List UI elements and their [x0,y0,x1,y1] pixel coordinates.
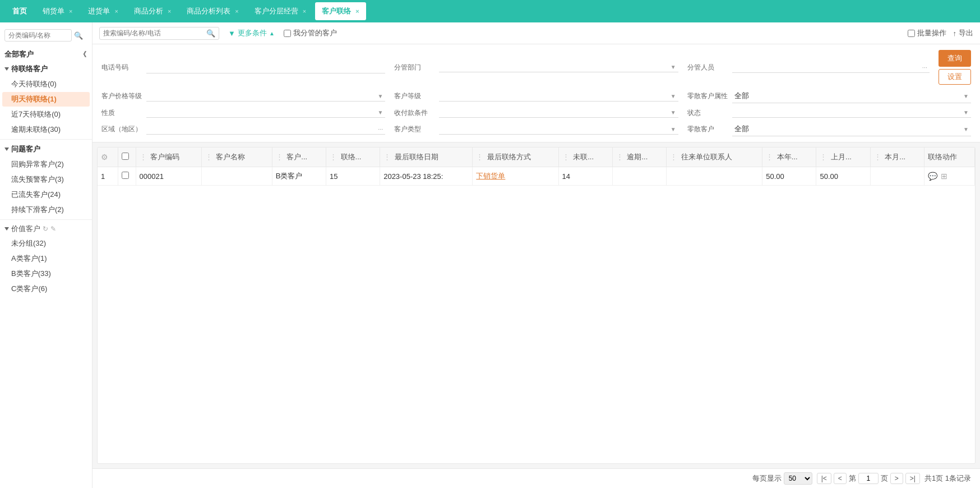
filter-level-select[interactable]: ▼ [439,91,678,102]
sidebar-value-group-header[interactable]: 价值客户 ↻ ✎ [0,222,92,236]
filter-row-price-level: 客户价格等级 ▼ [101,89,385,103]
page-size-select[interactable]: 50 20 100 200 [784,472,812,485]
sidebar-item-class-c[interactable]: C类客户(6) [2,282,90,296]
filter-payment-select[interactable]: ▼ [439,108,678,118]
filter-dept-select[interactable]: ▼ [439,62,678,72]
select-all-checkbox[interactable] [122,153,129,160]
col-handle-icon: ⋮ [140,153,147,161]
col-handle-icon: ⋮ [330,153,337,161]
filter-retail-customer-label: 零散客户 [687,125,728,134]
batch-op-checkbox[interactable] [908,30,915,37]
filter-row-customer-level: 客户等级 ▼ [394,89,678,103]
close-icon[interactable]: × [355,8,359,15]
more-icon[interactable]: ··· [922,64,927,71]
last-page-button[interactable]: >| [905,473,920,484]
sidebar-search-input[interactable] [4,29,72,42]
col-handle-icon: ⋮ [670,153,677,161]
filter-status-select[interactable]: ▼ [732,108,971,118]
export-button[interactable]: ↑ 导出 [953,28,974,38]
close-icon[interactable]: × [168,8,171,15]
row-actions: 💬 ⊞ [924,167,974,186]
sidebar-search-icon[interactable]: 🔍 [74,31,83,40]
nav-tab-purchase-order[interactable]: 进货单 × [81,2,124,20]
search-icon[interactable]: 🔍 [206,29,215,38]
nav-tab-product-analysis[interactable]: 商品分析 × [127,2,178,20]
settings-button[interactable]: 设置 [939,69,971,85]
filter-row-region: 区域（地区） ··· [101,122,385,136]
filter-person-select[interactable]: ··· [732,62,930,73]
chat-icon[interactable]: 💬 [928,172,937,181]
sidebar-item-today[interactable]: 今天待联络(0) [2,77,90,91]
close-icon[interactable]: × [235,8,238,15]
chevron-down-icon: ▼ [671,109,676,116]
first-page-button[interactable]: |< [817,473,831,484]
sidebar-item-class-b[interactable]: B类客户(33) [2,266,90,281]
col-handle-icon: ⋮ [276,153,283,161]
close-icon[interactable]: × [69,8,72,15]
row-last-month: 50.00 [816,167,870,186]
row-overdue [612,167,666,186]
chevron-down-icon: ▼ [963,93,969,99]
page-number-input[interactable] [858,473,879,484]
sidebar-item-ungrouped[interactable]: 未分组(32) [2,236,90,251]
nav-tab-sales-order[interactable]: 销货单 × [36,2,79,20]
col-handle-icon: ⋮ [820,153,827,161]
sidebar-all-customers[interactable]: 全部客户 《 [0,47,92,62]
row-type: B类客户 [272,167,326,186]
row-checkbox[interactable] [122,172,129,179]
query-button[interactable]: 查询 [939,50,971,67]
close-icon[interactable]: × [303,8,306,15]
sidebar-item-class-a[interactable]: A类客户(1) [2,251,90,266]
last-contact-method-link[interactable]: 下销货单 [476,172,505,180]
filter-phone-input[interactable] [146,62,385,73]
pagination-nav: |< < 第 页 > >| [817,473,920,484]
filter-type-select[interactable]: ▼ [439,125,678,135]
nav-tab-product-analysis-list[interactable]: 商品分析列表 × [180,2,245,20]
edit-icon[interactable]: ✎ [50,225,56,233]
refresh-icon[interactable]: ↻ [43,225,48,233]
filter-nature-select[interactable]: ▼ [146,108,385,118]
row-name: 顾客名称示例 [201,167,272,186]
sidebar-pending-group-header[interactable]: 待联络客户 [0,62,92,76]
settings-icon[interactable]: ⚙ [101,153,108,162]
col-code-header: ⋮ 客户编码 [136,148,201,167]
filter-person-label: 分管人员 [687,63,728,72]
sidebar-item-churned[interactable]: 已流失客户(24) [2,187,90,202]
my-customers-checkbox[interactable] [284,30,291,37]
search-input[interactable] [103,29,204,37]
filter-phone-label: 电话号码 [101,63,142,72]
filter-row-retail-customer: 零散客户 全部 ▼ [687,122,971,136]
filter-retail-attr-select[interactable]: 全部 ▼ [732,89,971,103]
sidebar-item-declining[interactable]: 持续下滑客户(2) [2,202,90,217]
prev-page-button[interactable]: < [834,473,847,484]
filter-row-dept: 分管部门 ▼ [394,50,678,85]
grid-icon[interactable]: ⊞ [941,172,947,181]
col-this-month-header: ⋮ 本月... [870,148,924,167]
filter-row-customer-type: 客户类型 ▼ [394,122,678,136]
sidebar-item-7days[interactable]: 近7天待联络(0) [2,107,90,122]
filter-retail-customer-select[interactable]: 全部 ▼ [732,122,971,136]
sidebar-item-tomorrow[interactable]: 明天待联络(1) [2,92,90,107]
close-icon[interactable]: × [114,8,118,15]
expand-icon [4,227,9,231]
nav-tab-customer-contact[interactable]: 客户联络 × [315,2,366,20]
more-icon[interactable]: ··· [378,126,383,132]
data-table-container: ⚙ ⋮ 客户编码 ⋮ 客户名称 [97,147,976,464]
filter-region-select[interactable]: ··· [146,124,385,135]
col-settings-header: ⚙ [98,148,118,167]
col-handle-icon: ⋮ [383,153,391,161]
nav-tab-customer-layering[interactable]: 客户分层经营 × [248,2,313,20]
sidebar-item-overdue[interactable]: 逾期未联络(30) [2,122,90,137]
filter-more-button[interactable]: ▼ 更多条件 ▲ [224,26,279,40]
filter-row-retail-attr: 零散客户属性 全部 ▼ [687,89,971,103]
next-page-button[interactable]: > [890,473,903,484]
filter-price-select[interactable]: ▼ [146,91,385,102]
sidebar-problem-group-header[interactable]: 问题客户 [0,142,92,156]
batch-op-button[interactable]: 批量操作 [908,28,946,38]
sidebar-item-churn-warning[interactable]: 流失预警客户(3) [2,172,90,187]
collapse-icon: 《 [80,50,86,59]
sidebar-item-repurchase-abnormal[interactable]: 回购异常客户(2) [2,157,90,172]
row-checkbox-cell [118,167,136,186]
chevron-down-icon: ▼ [963,109,969,116]
nav-home[interactable]: 首页 [6,4,34,19]
